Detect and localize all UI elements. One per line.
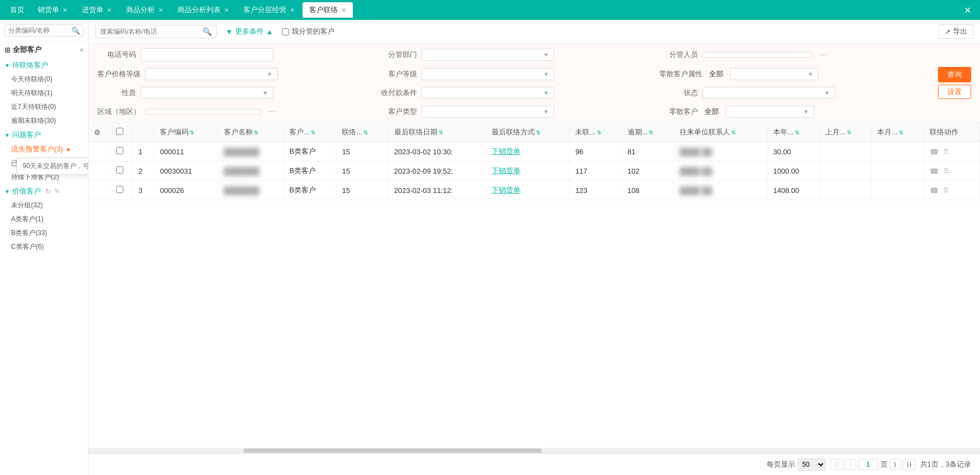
filter-select-nature[interactable]: ▼: [140, 87, 273, 99]
contact-method-link[interactable]: 下销货单: [492, 166, 520, 175]
search-input[interactable]: [100, 28, 200, 35]
tab-purchase-order[interactable]: 进货单 ✕: [75, 2, 118, 18]
sort-date-icon: ⇅: [439, 129, 443, 135]
close-product-list-icon[interactable]: ✕: [224, 7, 229, 14]
sidebar-item-today-contact[interactable]: 今天待联络(0): [0, 72, 88, 86]
sidebar-item-churn-warning[interactable]: 流失预警客户(3) ●: [0, 142, 88, 156]
select-all-checkbox[interactable]: [116, 128, 123, 135]
col-customer-type[interactable]: 客户...⇅: [284, 123, 336, 142]
filter-select-region[interactable]: [145, 109, 261, 114]
col-last-contact-date[interactable]: 最后联络日期⇅: [388, 123, 486, 142]
sidebar-all-customers[interactable]: ⊞ 全部客户 «: [0, 41, 88, 58]
horizontal-scrollbar[interactable]: [88, 448, 980, 453]
edit-icon[interactable]: ✎: [54, 187, 60, 195]
sidebar-item-class-a[interactable]: A类客户(1): [0, 212, 88, 226]
col-this-month[interactable]: 本月...⇅: [872, 123, 924, 142]
more-dots-icon[interactable]: ···: [820, 50, 827, 60]
row-uncontacted-cell: 117: [570, 161, 622, 181]
sidebar-item-class-b[interactable]: B类客户(33): [0, 226, 88, 240]
contact-method-link[interactable]: 下销货单: [492, 186, 520, 194]
row-checkbox-1[interactable]: [116, 166, 123, 174]
my-customers-checkbox[interactable]: [282, 28, 289, 35]
last-page-btn[interactable]: ⟩⟩: [903, 459, 916, 470]
table-wrap: ⚙ 客户编码⇅ 客户名称⇅ 客户...⇅ 联络...⇅ 最后联络日期⇅ 最后联络…: [88, 123, 980, 448]
scrollbar-thumb[interactable]: [243, 448, 542, 453]
col-overdue[interactable]: 逾期...⇅: [622, 123, 674, 142]
filter-select-person[interactable]: [702, 52, 813, 58]
page-size-select[interactable]: 50 20 100: [797, 458, 826, 471]
action-more-icon[interactable]: ⠿: [943, 148, 949, 156]
action-phone-icon[interactable]: ☎: [930, 186, 939, 195]
search-input-wrap: 🔍: [95, 25, 217, 38]
close-customer-contact-icon[interactable]: ✕: [341, 7, 346, 14]
filter-select-price-tier[interactable]: ▼: [145, 68, 278, 80]
close-all-icon[interactable]: ✕: [960, 5, 976, 15]
home-tab[interactable]: 首页: [4, 5, 30, 15]
action-more-icon[interactable]: ⠿: [943, 167, 949, 175]
next-page-btn[interactable]: ⟩: [890, 459, 900, 470]
filter-input-phone[interactable]: [140, 48, 273, 61]
col-uncontacted[interactable]: 未联...⇅: [570, 123, 622, 142]
row-this-month-cell: [872, 142, 924, 161]
close-sales-order-icon[interactable]: ✕: [62, 7, 67, 14]
refresh-icon[interactable]: ↻: [45, 187, 51, 195]
close-purchase-order-icon[interactable]: ✕: [107, 7, 112, 14]
tab-product-analysis[interactable]: 商品分析 ✕: [119, 2, 170, 18]
sidebar-item-ungrouped[interactable]: 未分组(32): [0, 199, 88, 212]
tab-customer-contact[interactable]: 客户联络 ✕: [303, 2, 353, 18]
more-dots-icon2[interactable]: ···: [268, 107, 275, 117]
sidebar-item-overdue-contact[interactable]: 逾期未联络(30): [0, 114, 88, 128]
search-icon-btn[interactable]: 🔍: [202, 27, 212, 36]
col-last-month[interactable]: 上月...⇅: [820, 123, 872, 142]
tab-sales-order[interactable]: 销货单 ✕: [31, 2, 74, 18]
contact-method-link[interactable]: 下销货单: [492, 147, 520, 155]
close-product-analysis-icon[interactable]: ✕: [158, 7, 163, 14]
sidebar-search-icon: 🔍: [71, 27, 80, 35]
query-btn[interactable]: 查询: [938, 67, 971, 82]
col-name[interactable]: 客户名称⇅: [218, 123, 284, 142]
col-code[interactable]: 客户编码⇅: [154, 123, 218, 142]
col-this-year[interactable]: 本年...⇅: [767, 123, 819, 142]
sidebar-group-problem-customers[interactable]: ▼ 问题客户: [0, 128, 88, 142]
tab-product-analysis-list[interactable]: 商品分析列表 ✕: [171, 2, 236, 18]
row-unit-contact-cell: ████ ██: [674, 161, 767, 181]
first-page-btn[interactable]: ⟨⟨: [830, 459, 843, 470]
total-records: 共1页，3条记录: [920, 460, 971, 469]
tab-customer-tier[interactable]: 客户分层经营 ✕: [237, 2, 301, 18]
sidebar-item-class-c[interactable]: C类客户(6): [0, 240, 88, 254]
sidebar-item-week-contact[interactable]: 近7天待联络(0): [0, 100, 88, 114]
action-more-icon[interactable]: ⠿: [943, 186, 949, 195]
sidebar-group-value-customers[interactable]: ▼ 价值客户 ↻ ✎: [0, 184, 88, 199]
sidebar-collapse-btn[interactable]: «: [80, 46, 84, 54]
row-checkbox-2[interactable]: [116, 186, 123, 193]
filter-select-customer-tier[interactable]: ▼: [421, 68, 554, 80]
sidebar-item-tomorrow-contact[interactable]: 明天待联络(1): [0, 86, 88, 100]
action-phone-icon[interactable]: ☎: [930, 148, 939, 156]
action-phone-icon[interactable]: ☎: [930, 167, 939, 175]
col-contact[interactable]: 联络...⇅: [336, 123, 388, 142]
filter-select-customer-type[interactable]: ▼: [421, 106, 554, 118]
sidebar-group-pending-contact[interactable]: ▼ 待联络客户: [0, 58, 88, 72]
row-code-cell: 000011: [154, 142, 218, 161]
filter-select-retail-customer[interactable]: ▼: [726, 106, 814, 118]
row-checkbox-0[interactable]: [116, 147, 123, 154]
export-btn[interactable]: ↗ 导出: [939, 24, 973, 39]
filter-select-retail-attr[interactable]: ▼: [730, 68, 819, 80]
page-number-input[interactable]: [858, 459, 878, 470]
chevron-down-icon6: ▼: [543, 90, 549, 96]
sort-unit-icon: ⇅: [731, 129, 736, 135]
settings-btn[interactable]: 设置: [938, 85, 971, 99]
filter-select-payment[interactable]: ▼: [421, 87, 554, 99]
close-customer-tier-icon[interactable]: ✕: [290, 7, 295, 14]
prev-page-btn[interactable]: ⟨: [846, 459, 856, 470]
filter-field-customer-type: 客户类型 ▼: [378, 106, 650, 118]
sort-overdue-icon: ⇅: [649, 129, 653, 135]
row-name-cell: ███████: [218, 142, 284, 161]
more-conditions-btn[interactable]: ▼ 更多条件 ▲: [221, 24, 278, 39]
col-unit-contact[interactable]: 往来单位联系人⇅: [674, 123, 767, 142]
filter-select-dept[interactable]: ▼: [421, 49, 554, 61]
col-last-contact-method[interactable]: 最后联络方式⇅: [486, 123, 570, 142]
filter-select-status[interactable]: ▼: [702, 87, 835, 99]
col-settings[interactable]: ⚙: [88, 123, 107, 142]
my-customers-checkbox-label[interactable]: 我分管的客户: [282, 27, 335, 36]
